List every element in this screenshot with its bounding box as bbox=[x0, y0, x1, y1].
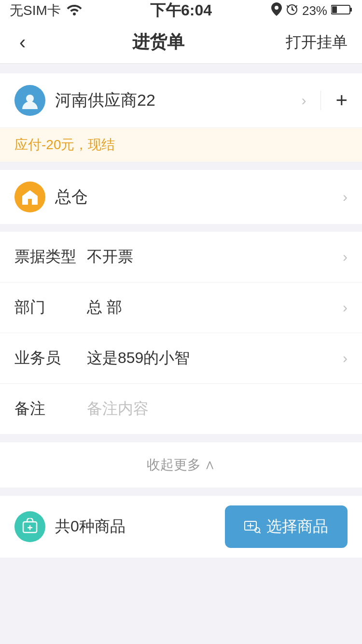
department-chevron-icon: › bbox=[343, 299, 348, 316]
nav-bar: ‹ 进货单 打开挂单 bbox=[0, 21, 362, 64]
svg-rect-3 bbox=[332, 6, 337, 13]
form-row-department[interactable]: 部门 总 部 › bbox=[0, 282, 362, 333]
supplier-avatar bbox=[14, 85, 45, 116]
product-icon bbox=[14, 511, 45, 542]
alert-text: 应付-20元，现结 bbox=[14, 137, 115, 152]
supplier-divider bbox=[320, 91, 321, 110]
warehouse-row[interactable]: 总仓 › bbox=[0, 170, 362, 224]
supplier-section: 河南供应商22 › + 应付-20元，现结 bbox=[0, 73, 362, 162]
battery-icon bbox=[331, 3, 352, 18]
content-area: 河南供应商22 › + 应付-20元，现结 总仓 › 票据类型 不开票 › bbox=[0, 64, 362, 644]
carrier-label: 无SIM卡 bbox=[10, 1, 61, 20]
status-bar: 无SIM卡 下午6:04 23% bbox=[0, 0, 362, 21]
open-pending-button[interactable]: 打开挂单 bbox=[286, 32, 348, 53]
department-label: 部门 bbox=[14, 297, 77, 318]
svg-rect-2 bbox=[350, 8, 352, 12]
battery-label: 23% bbox=[302, 3, 327, 18]
bottom-bar: 共0种商品 选择商品 bbox=[0, 496, 362, 558]
alarm-icon bbox=[286, 3, 298, 19]
supplier-row[interactable]: 河南供应商22 › + bbox=[0, 73, 362, 128]
status-time: 下午6:04 bbox=[150, 0, 212, 21]
invoice-label: 票据类型 bbox=[14, 246, 77, 267]
warehouse-chevron-icon: › bbox=[343, 189, 348, 205]
supplier-name: 河南供应商22 bbox=[55, 89, 301, 112]
location-icon bbox=[271, 2, 282, 19]
alert-row: 应付-20元，现结 bbox=[0, 128, 362, 162]
section-gap-2 bbox=[0, 162, 362, 170]
salesperson-label: 业务员 bbox=[14, 348, 77, 369]
remark-value: 备注内容 bbox=[87, 398, 348, 420]
page-background bbox=[0, 558, 362, 644]
supplier-add-button[interactable]: + bbox=[335, 89, 348, 112]
collapse-row[interactable]: 收起更多 ∧ bbox=[0, 442, 362, 488]
salesperson-value: 这是859的小智 bbox=[87, 348, 343, 369]
select-product-label: 选择商品 bbox=[266, 516, 328, 537]
salesperson-chevron-icon: › bbox=[343, 350, 348, 366]
status-right: 23% bbox=[271, 2, 352, 19]
form-row-salesperson[interactable]: 业务员 这是859的小智 › bbox=[0, 333, 362, 384]
form-row-invoice[interactable]: 票据类型 不开票 › bbox=[0, 232, 362, 282]
section-gap-1 bbox=[0, 64, 362, 73]
department-value: 总 部 bbox=[87, 297, 343, 318]
svg-point-4 bbox=[26, 95, 34, 102]
product-count: 共0种商品 bbox=[55, 516, 225, 537]
invoice-chevron-icon: › bbox=[343, 249, 348, 265]
warehouse-icon bbox=[14, 182, 45, 212]
form-row-remark[interactable]: 备注 备注内容 bbox=[0, 384, 362, 434]
remark-label: 备注 bbox=[14, 398, 77, 420]
supplier-chevron-icon: › bbox=[301, 92, 306, 109]
warehouse-section: 总仓 › bbox=[0, 170, 362, 224]
back-button[interactable]: ‹ bbox=[14, 27, 30, 58]
select-product-button[interactable]: 选择商品 bbox=[225, 505, 348, 548]
page-title: 进货单 bbox=[132, 30, 184, 54]
form-section: 票据类型 不开票 › 部门 总 部 › 业务员 这是859的小智 › 备注 备注… bbox=[0, 232, 362, 434]
wifi-icon bbox=[66, 3, 83, 18]
collapse-label: 收起更多 ∧ bbox=[147, 456, 216, 474]
status-left: 无SIM卡 bbox=[10, 1, 83, 20]
warehouse-name: 总仓 bbox=[55, 186, 343, 208]
invoice-value: 不开票 bbox=[87, 246, 343, 267]
